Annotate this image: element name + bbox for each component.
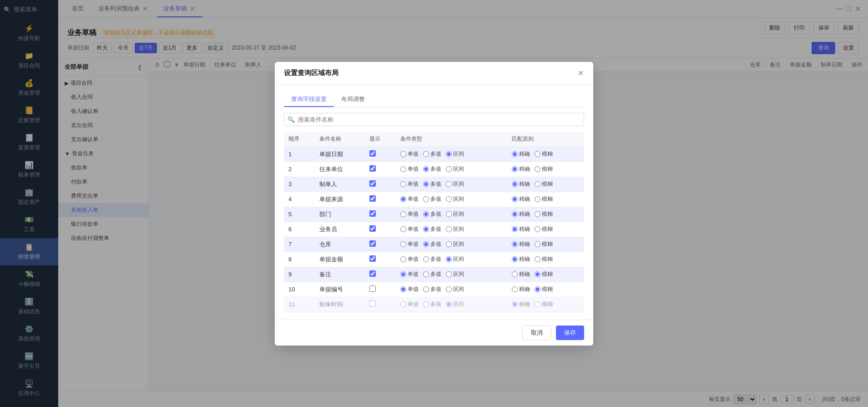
show-checkbox-0[interactable]	[369, 150, 376, 157]
radio-label-condition-区间-5[interactable]: 区间	[446, 225, 464, 233]
radio-condition-单值-0[interactable]	[400, 151, 406, 157]
radio-label-match-精确-5[interactable]: 精确	[512, 225, 530, 233]
radio-label-condition-单值-0[interactable]: 单值	[400, 150, 419, 158]
show-checkbox-10[interactable]	[369, 300, 376, 307]
radio-condition-区间-6[interactable]	[446, 241, 452, 247]
radio-match-模糊-0[interactable]	[535, 151, 540, 157]
radio-label-condition-区间-10[interactable]: 区间	[446, 300, 464, 308]
radio-label-condition-多值-8[interactable]: 多值	[423, 270, 441, 278]
radio-label-condition-单值-2[interactable]: 单值	[400, 180, 419, 188]
radio-condition-多值-2[interactable]	[423, 181, 429, 187]
radio-label-condition-单值-9[interactable]: 单值	[400, 285, 419, 293]
radio-label-condition-区间-9[interactable]: 区间	[446, 285, 464, 293]
modal-save-button[interactable]: 保存	[556, 326, 584, 340]
radio-condition-单值-2[interactable]	[400, 181, 406, 187]
show-checkbox-3[interactable]	[369, 195, 376, 202]
radio-label-condition-区间-6[interactable]: 区间	[446, 240, 464, 248]
radio-label-condition-多值-0[interactable]: 多值	[423, 150, 441, 158]
radio-match-精确-5[interactable]	[512, 226, 518, 232]
radio-label-condition-单值-4[interactable]: 单值	[400, 210, 419, 218]
radio-label-condition-多值-5[interactable]: 多值	[423, 225, 441, 233]
radio-label-condition-区间-7[interactable]: 区间	[446, 255, 464, 263]
cell-show-3[interactable]	[365, 192, 396, 207]
radio-condition-多值-8[interactable]	[423, 271, 429, 277]
radio-match-模糊-9[interactable]	[535, 286, 540, 292]
radio-condition-单值-8[interactable]	[400, 271, 406, 277]
show-checkbox-6[interactable]	[369, 240, 376, 247]
radio-condition-单值-9[interactable]	[400, 286, 406, 292]
radio-label-match-模糊-8[interactable]: 模糊	[535, 270, 553, 278]
tab-field-settings[interactable]: 查询字段设置	[284, 92, 334, 107]
cell-show-5[interactable]	[365, 222, 396, 237]
radio-match-精确-9[interactable]	[512, 286, 518, 292]
radio-match-精确-7[interactable]	[512, 256, 518, 262]
radio-label-condition-区间-3[interactable]: 区间	[446, 195, 464, 203]
radio-label-match-模糊-10[interactable]: 模糊	[535, 300, 553, 308]
radio-label-condition-单值-1[interactable]: 单值	[400, 165, 419, 173]
radio-condition-区间-8[interactable]	[446, 271, 452, 277]
cell-show-1[interactable]	[365, 162, 396, 177]
show-checkbox-8[interactable]	[369, 270, 376, 277]
radio-condition-多值-3[interactable]	[423, 196, 429, 202]
radio-condition-区间-0[interactable]	[446, 151, 452, 157]
modal-search-input[interactable]	[284, 113, 584, 126]
radio-label-match-精确-9[interactable]: 精确	[512, 285, 530, 293]
radio-label-condition-多值-10[interactable]: 多值	[423, 300, 441, 308]
radio-condition-区间-4[interactable]	[446, 211, 452, 217]
radio-label-match-模糊-0[interactable]: 模糊	[535, 150, 553, 158]
radio-condition-区间-1[interactable]	[446, 166, 452, 172]
radio-condition-多值-9[interactable]	[423, 286, 429, 292]
radio-match-精确-3[interactable]	[512, 196, 518, 202]
radio-label-match-模糊-4[interactable]: 模糊	[535, 210, 553, 218]
radio-match-模糊-1[interactable]	[535, 166, 540, 172]
tab-layout-adjust[interactable]: 布局调整	[334, 92, 372, 107]
cell-show-7[interactable]	[365, 252, 396, 267]
radio-label-condition-区间-1[interactable]: 区间	[446, 165, 464, 173]
radio-label-condition-区间-0[interactable]: 区间	[446, 150, 464, 158]
radio-condition-多值-5[interactable]	[423, 226, 429, 232]
radio-condition-单值-10[interactable]	[400, 301, 406, 307]
radio-condition-多值-6[interactable]	[423, 241, 429, 247]
radio-match-模糊-6[interactable]	[535, 241, 540, 247]
cancel-button[interactable]: 取消	[522, 326, 551, 340]
cell-show-6[interactable]	[365, 237, 396, 252]
radio-match-模糊-3[interactable]	[535, 196, 540, 202]
radio-label-condition-区间-2[interactable]: 区间	[446, 180, 464, 188]
cell-show-4[interactable]	[365, 207, 396, 222]
radio-label-match-模糊-9[interactable]: 模糊	[535, 285, 553, 293]
radio-label-condition-多值-4[interactable]: 多值	[423, 210, 441, 218]
radio-label-match-模糊-2[interactable]: 模糊	[535, 180, 553, 188]
radio-label-condition-多值-1[interactable]: 多值	[423, 165, 441, 173]
radio-condition-区间-5[interactable]	[446, 226, 452, 232]
radio-condition-区间-3[interactable]	[446, 196, 452, 202]
radio-label-condition-多值-7[interactable]: 多值	[423, 255, 441, 263]
radio-condition-多值-0[interactable]	[423, 151, 429, 157]
cell-show-0[interactable]	[365, 147, 396, 162]
show-checkbox-2[interactable]	[369, 180, 376, 187]
radio-condition-单值-3[interactable]	[400, 196, 406, 202]
radio-condition-区间-2[interactable]	[446, 181, 452, 187]
radio-condition-单值-5[interactable]	[400, 226, 406, 232]
radio-condition-单值-7[interactable]	[400, 256, 406, 262]
radio-label-condition-单值-6[interactable]: 单值	[400, 240, 419, 248]
radio-label-condition-单值-3[interactable]: 单值	[400, 195, 419, 203]
radio-match-精确-2[interactable]	[512, 181, 518, 187]
radio-match-模糊-5[interactable]	[535, 226, 540, 232]
show-checkbox-7[interactable]	[369, 255, 376, 262]
radio-match-精确-1[interactable]	[512, 166, 518, 172]
radio-match-精确-10[interactable]	[512, 301, 518, 307]
radio-match-精确-0[interactable]	[512, 151, 518, 157]
radio-label-condition-多值-6[interactable]: 多值	[423, 240, 441, 248]
radio-label-condition-单值-8[interactable]: 单值	[400, 270, 419, 278]
radio-label-match-模糊-1[interactable]: 模糊	[535, 165, 553, 173]
radio-label-match-精确-6[interactable]: 精确	[512, 240, 530, 248]
radio-label-match-精确-2[interactable]: 精确	[512, 180, 530, 188]
radio-match-模糊-8[interactable]	[535, 271, 540, 277]
cell-show-9[interactable]	[365, 282, 396, 297]
radio-label-condition-单值-7[interactable]: 单值	[400, 255, 419, 263]
radio-label-condition-区间-8[interactable]: 区间	[446, 270, 464, 278]
radio-label-condition-多值-3[interactable]: 多值	[423, 195, 441, 203]
radio-condition-区间-7[interactable]	[446, 256, 452, 262]
cell-show-8[interactable]	[365, 267, 396, 282]
radio-match-精确-4[interactable]	[512, 211, 518, 217]
